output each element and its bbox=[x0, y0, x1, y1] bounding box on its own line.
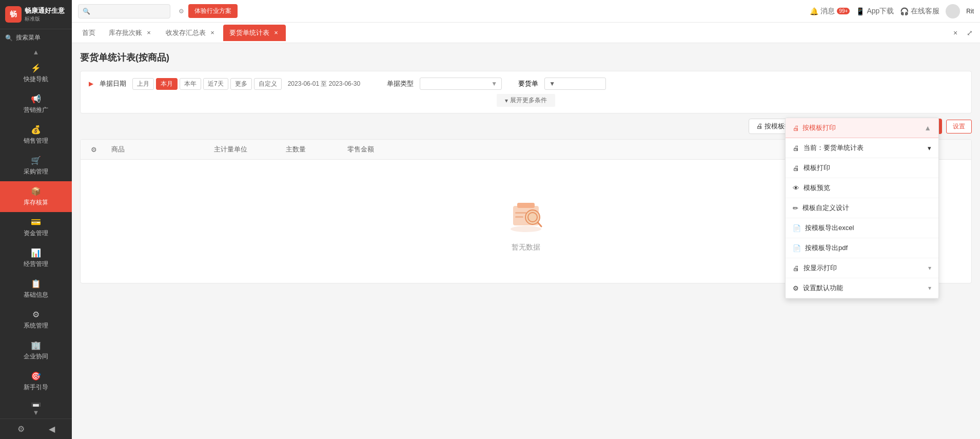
enterprise-icon: 🏢 bbox=[31, 340, 41, 350]
settings-footer-icon[interactable]: ⚙ bbox=[17, 424, 25, 434]
sidebar-item-finance[interactable]: 💳 资金管理 bbox=[0, 212, 72, 243]
close-collection-summary-tab[interactable]: × bbox=[209, 29, 216, 36]
expand-more-icon: ▾ bbox=[505, 97, 508, 104]
sidebar-scroll-down[interactable]: ▼ bbox=[0, 407, 72, 418]
display-print-left: 🖨 按显示打印 bbox=[793, 263, 837, 273]
sidebar-scroll-up[interactable]: ▲ bbox=[0, 46, 72, 58]
custom-date-btn[interactable]: 自定义 bbox=[254, 78, 282, 90]
notifications-btn[interactable]: 🔔 消息 99+ bbox=[810, 7, 850, 16]
filter-toggle-btn[interactable]: ▶ bbox=[89, 80, 93, 87]
print-title-label: 按模板打印 bbox=[802, 123, 836, 132]
user-avatar[interactable] bbox=[946, 4, 960, 18]
display-print-item[interactable]: 🖨 按显示打印 ▾ bbox=[786, 258, 938, 278]
current-item-icon: 🖨 bbox=[793, 144, 799, 152]
empty-icon bbox=[503, 190, 549, 237]
col-product: 商品 bbox=[107, 145, 210, 154]
tab-inventory-batch[interactable]: 库存批次账 × bbox=[103, 25, 159, 41]
brand-version: 标准版 bbox=[25, 15, 65, 22]
sidebar-item-inventory[interactable]: 📦 库存核算 bbox=[0, 181, 72, 212]
user-name[interactable]: Rit bbox=[966, 8, 974, 15]
sidebar-item-app-center[interactable]: 🔲 应用中心 bbox=[0, 397, 72, 407]
current-item-left: 🖨 当前：要货单统计表 bbox=[793, 143, 864, 152]
template-preview-left: 👁 模板预览 bbox=[793, 183, 830, 193]
sidebar-item-marketing[interactable]: 📢 营销推广 bbox=[0, 89, 72, 120]
svg-rect-6 bbox=[515, 212, 526, 214]
finance-icon: 💳 bbox=[31, 217, 41, 227]
sidebar-item-operations[interactable]: 📊 经营管理 bbox=[0, 243, 72, 274]
operations-icon: 📊 bbox=[31, 248, 41, 258]
print-template-custom[interactable]: ✏ 模板自定义设计 bbox=[786, 198, 938, 218]
app-download-btn[interactable]: 📱 App下载 bbox=[856, 7, 894, 16]
sidebar-item-purchase[interactable]: 🛒 采购管理 bbox=[0, 150, 72, 181]
online-service-btn[interactable]: 🎧 在线客服 bbox=[900, 7, 939, 16]
close-window-btn[interactable]: × bbox=[949, 27, 962, 39]
order-type-select[interactable]: ▼ bbox=[420, 78, 502, 90]
industry-btn[interactable]: 体验行业方案 bbox=[188, 4, 238, 18]
export-pdf-label: 按模板导出pdf bbox=[805, 243, 848, 253]
sidebar-item-enterprise[interactable]: 🏢 企业协同 bbox=[0, 335, 72, 366]
prev-month-btn[interactable]: 上月 bbox=[132, 78, 154, 90]
inventory-icon: 📦 bbox=[31, 186, 41, 196]
header-actions: 🔔 消息 99+ 📱 App下载 🎧 在线客服 Rit bbox=[810, 4, 974, 18]
expand-more-btn[interactable]: ▾ 展开更多条件 bbox=[497, 94, 555, 107]
sales-icon: 💰 bbox=[31, 125, 41, 135]
close-inventory-batch-tab[interactable]: × bbox=[145, 29, 152, 36]
set-default-item[interactable]: ⚙ 设置默认功能 ▾ bbox=[786, 278, 938, 298]
notifications-badge: 99+ bbox=[837, 8, 850, 14]
print-template-preview[interactable]: 👁 模板预览 bbox=[786, 178, 938, 198]
expand-icon: ▶ bbox=[89, 80, 93, 87]
set-default-arrow: ▾ bbox=[928, 284, 931, 292]
order-type-filter: 单据类型 bbox=[387, 79, 414, 88]
sidebar-item-label: 资金管理 bbox=[24, 229, 48, 238]
current-year-btn[interactable]: 本年 bbox=[180, 78, 201, 90]
collapse-icon[interactable]: ◀ bbox=[49, 424, 55, 434]
last-7-days-btn[interactable]: 近7天 bbox=[203, 78, 228, 90]
settings-btn[interactable]: 设置 bbox=[946, 120, 972, 133]
sidebar-item-sales[interactable]: 💰 销售管理 bbox=[0, 120, 72, 150]
tab-order-summary[interactable]: 要货单统计表 × bbox=[223, 25, 286, 41]
mobile-icon: 📱 bbox=[856, 7, 865, 15]
sidebar-item-guide[interactable]: 🎯 新手引导 bbox=[0, 366, 72, 397]
basic-info-icon: 📋 bbox=[31, 279, 41, 289]
current-month-btn[interactable]: 本月 bbox=[156, 78, 178, 90]
print-export-pdf[interactable]: 📄 按模板导出pdf bbox=[786, 238, 938, 258]
close-order-summary-tab[interactable]: × bbox=[272, 29, 280, 36]
print-dropdown-close[interactable]: ▲ bbox=[924, 124, 931, 132]
app-download-label: App下载 bbox=[867, 7, 894, 16]
filter-card: ▶ 单据日期 上月 本月 本年 近7天 更多 自定义 2023-06-01 至 … bbox=[80, 71, 972, 113]
date-buttons: 上月 本月 本年 近7天 更多 自定义 bbox=[132, 78, 282, 90]
sidebar-item-label: 库存核算 bbox=[24, 198, 48, 207]
tab-collection-summary[interactable]: 收发存汇总表 × bbox=[160, 25, 222, 41]
export-pdf-icon: 📄 bbox=[793, 244, 801, 252]
tab-order-summary-label: 要货单统计表 bbox=[229, 28, 269, 37]
page-content: 要货单统计表(按商品) ▶ 单据日期 上月 本月 本年 近7天 更多 自定义 2… bbox=[72, 43, 980, 439]
set-default-label: 设置默认功能 bbox=[803, 283, 843, 293]
brand-name: 畅康通好生意 bbox=[25, 7, 65, 15]
template-custom-left: ✏ 模板自定义设计 bbox=[793, 203, 849, 213]
sidebar-item-system[interactable]: ⚙ 系统管理 bbox=[0, 304, 72, 335]
global-search[interactable]: 🔍 bbox=[78, 4, 170, 18]
tab-home[interactable]: 首页 bbox=[76, 25, 102, 41]
print-export-excel[interactable]: 📄 按模板导出excel bbox=[786, 218, 938, 238]
tab-collection-summary-label: 收发存汇总表 bbox=[166, 28, 206, 37]
tabs-bar: 首页 库存批次账 × 收发存汇总表 × 要货单统计表 × × ⤢ bbox=[72, 23, 980, 43]
sidebar-search[interactable]: 🔍 搜索菜单 bbox=[0, 29, 72, 46]
search-input-icon: 🔍 bbox=[83, 8, 90, 15]
export-excel-left: 📄 按模板导出excel bbox=[793, 223, 854, 233]
template-print-left: 🖨 模板打印 bbox=[793, 163, 830, 173]
yaohuodan-input[interactable]: ▼ bbox=[544, 78, 606, 90]
guide-icon: 🎯 bbox=[31, 371, 41, 381]
system-icon: ⚙ bbox=[32, 310, 40, 319]
current-item-label: 当前：要货单统计表 bbox=[803, 143, 864, 152]
gear-config-icon[interactable]: ⚙ bbox=[179, 8, 184, 15]
date-range: 2023-06-01 至 2023-06-30 bbox=[288, 80, 360, 88]
more-date-btn[interactable]: 更多 bbox=[230, 78, 252, 90]
sidebar-item-basic-info[interactable]: 📋 基础信息 bbox=[0, 274, 72, 304]
print-template-print[interactable]: 🖨 模板打印 bbox=[786, 158, 938, 178]
sidebar-item-quick-nav[interactable]: ⚡ 快捷导航 bbox=[0, 58, 72, 89]
maximize-window-btn[interactable]: ⤢ bbox=[964, 27, 976, 39]
print-current-item[interactable]: 🖨 当前：要货单统计表 ▾ bbox=[786, 138, 938, 158]
sidebar-logo: 畅 畅康通好生意 标准版 bbox=[0, 0, 72, 29]
col-settings[interactable]: ⚙ bbox=[87, 146, 107, 154]
app-center-icon: 🔲 bbox=[31, 402, 41, 407]
